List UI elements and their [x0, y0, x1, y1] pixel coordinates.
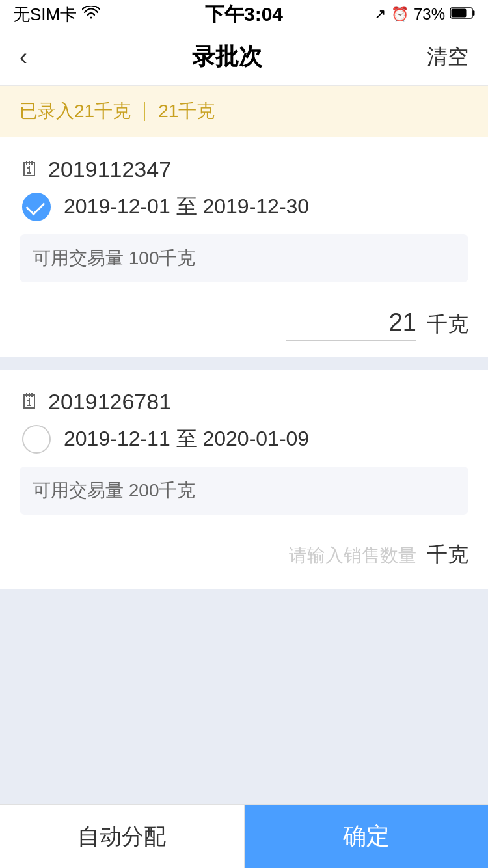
- back-button[interactable]: ‹: [20, 44, 27, 71]
- quantity-unit-1: 千克: [427, 310, 468, 339]
- batch-icon-2: 🗓: [20, 390, 40, 414]
- battery-text: 73%: [414, 5, 445, 23]
- batch-date-1: 2019-12-01 至 2019-12-30: [64, 193, 309, 221]
- batch-available-2: 可用交易量 200千克: [20, 467, 468, 515]
- batch-available-1: 可用交易量 100千克: [20, 234, 468, 282]
- radio-button-1[interactable]: [22, 193, 51, 221]
- svg-rect-1: [473, 10, 475, 16]
- status-left: 无SIM卡: [13, 3, 100, 26]
- batch-item-1: 🗓 2019112347 2019-12-01 至 2019-12-30 可用交…: [0, 137, 488, 357]
- batch-row-1: 2019-12-01 至 2019-12-30: [20, 193, 468, 221]
- batch-item-2: 🗓 2019126781 2019-12-11 至 2020-01-09 可用交…: [0, 370, 488, 589]
- quantity-input-2[interactable]: [234, 543, 416, 571]
- carrier-text: 无SIM卡: [13, 3, 77, 26]
- quantity-unit-2: 千克: [427, 541, 468, 573]
- batch-header-2: 🗓 2019126781: [20, 389, 468, 414]
- info-banner: 已录入21千克 21千克: [0, 86, 488, 137]
- radio-button-2[interactable]: [22, 425, 51, 454]
- status-right: ↗ ⏰ 73%: [374, 5, 475, 23]
- quantity-value-1: 21: [389, 308, 416, 336]
- nav-bar: ‹ 录批次 清空: [0, 29, 488, 86]
- svg-rect-2: [452, 9, 467, 18]
- card-separator-1: [0, 357, 488, 370]
- location-icon: ↗: [374, 6, 386, 23]
- footer: 自动分配 确定: [0, 804, 488, 868]
- auto-distribute-button[interactable]: 自动分配: [0, 805, 245, 868]
- batch-header-1: 🗓 2019112347: [20, 157, 468, 182]
- battery-icon: [450, 5, 475, 23]
- alarm-icon: ⏰: [391, 6, 409, 23]
- clear-button[interactable]: 清空: [427, 43, 468, 72]
- quantity-row-1: 21 千克: [20, 295, 468, 357]
- batch-number-2: 2019126781: [48, 389, 171, 414]
- batch-icon-1: 🗓: [20, 157, 40, 182]
- info-divider: [144, 102, 145, 121]
- confirm-button[interactable]: 确定: [245, 805, 489, 868]
- status-time: 下午3:04: [205, 1, 283, 28]
- page-title: 录批次: [192, 41, 262, 73]
- total-label: 21千克: [158, 99, 215, 124]
- batch-date-2: 2019-12-11 至 2020-01-09: [64, 425, 309, 454]
- input-row-2: 千克: [20, 528, 468, 589]
- status-bar: 无SIM卡 下午3:04 ↗ ⏰ 73%: [0, 0, 488, 29]
- batch-number-1: 2019112347: [48, 157, 171, 182]
- recorded-label: 已录入21千克: [20, 99, 131, 124]
- wifi-icon: [82, 5, 100, 25]
- quantity-display-1: 21: [286, 308, 416, 341]
- batch-row-2: 2019-12-11 至 2020-01-09: [20, 425, 468, 454]
